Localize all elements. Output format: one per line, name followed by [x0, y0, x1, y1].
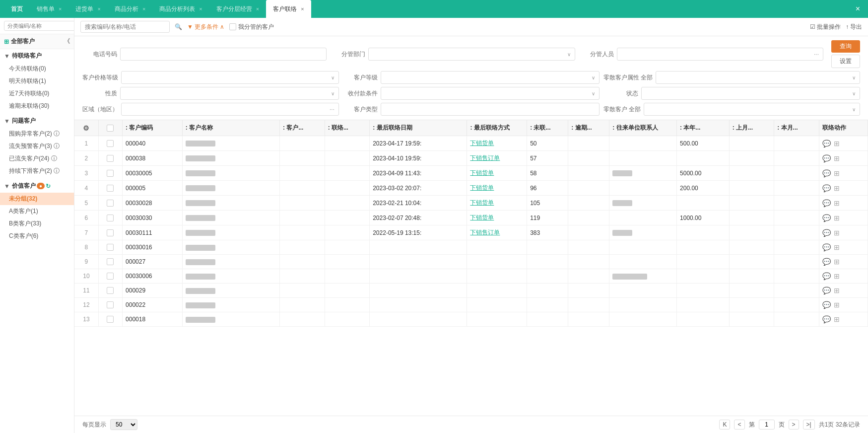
row-checkbox[interactable]	[107, 316, 114, 323]
sidebar-item-overdue[interactable]: 逾期未联络(30)	[0, 100, 74, 112]
row-lastway[interactable]: 下销货单	[467, 166, 527, 181]
contact-chat-icon[interactable]: 💬	[822, 214, 831, 222]
settings-column-header[interactable]: ⚙	[74, 120, 98, 136]
sidebar-item-churn-warning[interactable]: 流失预警客户(3) ⓘ	[0, 140, 74, 152]
problem-customers-title[interactable]: ▼ 问题客户	[0, 114, 74, 128]
row-checkbox[interactable]	[107, 273, 114, 280]
lastway-link[interactable]: 下销售订单	[470, 154, 500, 161]
row-checkbox-cell[interactable]	[98, 312, 122, 327]
close-analysis-icon[interactable]: ×	[142, 0, 145, 18]
contact-chat-icon[interactable]: 💬	[822, 184, 831, 192]
global-close-button[interactable]: ×	[852, 4, 864, 13]
contact-chat-icon[interactable]: 💬	[822, 258, 831, 266]
dept-select[interactable]: ∨	[368, 48, 575, 61]
pending-contact-title[interactable]: ▼ 待联络客户	[0, 49, 74, 63]
contact-grid-icon[interactable]: ⊞	[834, 140, 840, 147]
row-checkbox[interactable]	[107, 301, 114, 308]
sidebar-search-input[interactable]	[4, 21, 74, 31]
row-lastway[interactable]: 下销货单	[467, 211, 527, 225]
lastway-link[interactable]: 下销货单	[470, 184, 494, 191]
contact-grid-icon[interactable]: ⊞	[834, 214, 840, 222]
all-customers-header[interactable]: ⊞ 全部客户 《	[0, 34, 74, 49]
sidebar-item-7days[interactable]: 近7天待联络(0)	[0, 87, 74, 100]
first-page-button[interactable]: K	[719, 420, 730, 430]
contact-grid-icon[interactable]: ⊞	[834, 301, 840, 309]
tab-sales[interactable]: 销售单 ×	[30, 0, 68, 18]
tab-home[interactable]: 首页	[4, 0, 30, 18]
row-checkbox[interactable]	[107, 258, 114, 265]
status-select[interactable]: ∨	[641, 87, 860, 100]
customer-type-input[interactable]	[381, 103, 600, 116]
contact-grid-icon[interactable]: ⊞	[834, 272, 840, 280]
thisyear-column-header[interactable]: : 本年...	[677, 120, 730, 136]
contact-grid-icon[interactable]: ⊞	[834, 229, 840, 237]
contact-grid-icon[interactable]: ⊞	[834, 169, 840, 177]
contact-chat-icon[interactable]: 💬	[822, 272, 831, 280]
lastdate-column-header[interactable]: : 最后联络日期	[370, 120, 467, 136]
row-checkbox[interactable]	[107, 155, 114, 162]
reset-button[interactable]: 设置	[831, 55, 860, 68]
value-customers-title[interactable]: ▼ 价值客户 ● ↻	[0, 179, 74, 193]
row-checkbox[interactable]	[107, 244, 114, 251]
row-lastway[interactable]	[467, 312, 527, 327]
sidebar-item-tomorrow[interactable]: 明天待联络(1)	[0, 75, 74, 87]
contact-grid-icon[interactable]: ⊞	[834, 199, 840, 207]
contact-grid-icon[interactable]: ⊞	[834, 154, 840, 162]
tab-analysis[interactable]: 商品分析 ×	[108, 0, 152, 18]
sidebar-item-ungroup[interactable]: 未分组(32)	[0, 193, 74, 205]
contact-column-header[interactable]: : 联络...	[325, 120, 370, 136]
contact-chat-icon[interactable]: 💬	[822, 301, 831, 309]
row-checkbox-cell[interactable]	[98, 269, 122, 284]
lastway-link[interactable]: 下销货单	[470, 140, 494, 146]
row-checkbox-cell[interactable]	[98, 151, 122, 166]
sidebar-item-b-class[interactable]: B类客户(33)	[0, 217, 74, 230]
name-column-header[interactable]: : 客户名称	[182, 120, 279, 136]
row-checkbox-cell[interactable]	[98, 136, 122, 151]
contact-chat-icon[interactable]: 💬	[822, 199, 831, 207]
row-lastway[interactable]: 下销货单	[467, 136, 527, 151]
code-column-header[interactable]: : 客户编码	[123, 120, 183, 136]
row-lastway[interactable]: 下销售订单	[467, 151, 527, 166]
last-page-button[interactable]: >|	[803, 420, 815, 430]
sidebar-item-abnormal[interactable]: 囤购异常客户(2) ⓘ	[0, 128, 74, 140]
page-number-input[interactable]	[759, 420, 775, 430]
close-analysis-list-icon[interactable]: ×	[199, 0, 202, 18]
table-settings-gear-icon[interactable]: ⚙	[83, 124, 89, 132]
sidebar-item-a-class[interactable]: A类客户(1)	[0, 205, 74, 217]
select-all-checkbox[interactable]	[107, 125, 114, 132]
lastway-link[interactable]: 下销货单	[470, 169, 494, 176]
contact-chat-icon[interactable]: 💬	[822, 169, 831, 177]
query-button[interactable]: 查询	[831, 40, 860, 53]
sidebar-item-today[interactable]: 今天待联络(0)	[0, 63, 74, 75]
row-lastway[interactable]	[467, 255, 527, 269]
next-page-button[interactable]: >	[789, 420, 799, 430]
price-grade-select[interactable]: ∨	[121, 71, 339, 84]
close-customer-tier-icon[interactable]: ×	[256, 0, 259, 18]
contact-grid-icon[interactable]: ⊞	[834, 184, 840, 192]
phone-input[interactable]	[120, 48, 327, 61]
row-lastway[interactable]	[467, 298, 527, 312]
row-checkbox[interactable]	[107, 229, 114, 236]
customer-grade-select[interactable]: ∨	[381, 71, 600, 84]
contact-grid-icon[interactable]: ⊞	[834, 315, 840, 323]
row-checkbox-cell[interactable]	[98, 211, 122, 225]
contact-grid-icon[interactable]: ⊞	[834, 243, 840, 251]
retail-customer-select[interactable]: ∨	[644, 103, 860, 116]
lastway-link[interactable]: 下销货单	[470, 199, 494, 206]
tab-customer-tier[interactable]: 客户分层经营 ×	[209, 0, 266, 18]
prev-page-button[interactable]: <	[734, 420, 744, 430]
tab-customer-contact[interactable]: 客户联络 ×	[266, 0, 311, 18]
row-checkbox[interactable]	[107, 185, 114, 192]
row-checkbox-cell[interactable]	[98, 255, 122, 269]
contact-chat-icon[interactable]: 💬	[822, 140, 831, 147]
close-sales-icon[interactable]: ×	[59, 0, 62, 18]
notcontact-column-header[interactable]: : 未联...	[527, 120, 568, 136]
close-purchase-icon[interactable]: ×	[97, 0, 100, 18]
region-input[interactable]: ···	[121, 103, 339, 116]
my-customers-checkbox[interactable]	[229, 23, 236, 30]
row-checkbox-cell[interactable]	[98, 181, 122, 196]
row-checkbox-cell[interactable]	[98, 298, 122, 312]
row-checkbox-cell[interactable]	[98, 196, 122, 211]
row-checkbox[interactable]	[107, 170, 114, 177]
contact-grid-icon[interactable]: ⊞	[834, 258, 840, 266]
